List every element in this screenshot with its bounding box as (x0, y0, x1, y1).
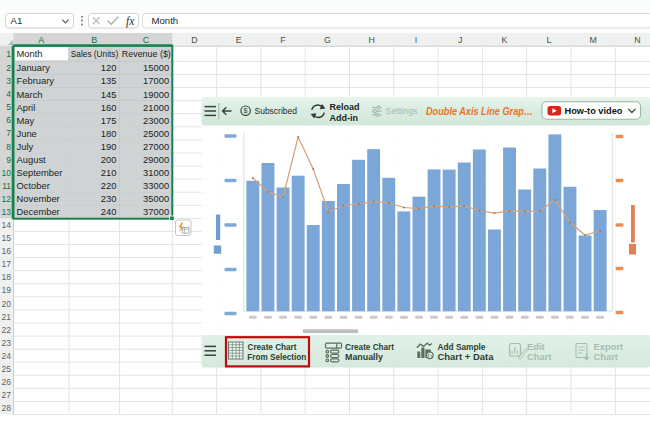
svg-text:19000: 19000 (143, 89, 169, 100)
svg-text:120: 120 (101, 62, 117, 73)
svg-text:23000: 23000 (143, 115, 169, 126)
svg-text:33000: 33000 (143, 180, 169, 191)
svg-text:M: M (589, 35, 596, 45)
svg-text:220: 220 (101, 180, 117, 191)
svg-text:September: September (17, 167, 63, 178)
svg-text:19: 19 (2, 285, 12, 295)
svg-text:Chart: Chart (527, 351, 551, 362)
svg-text:C: C (143, 35, 150, 45)
svg-text:fx: fx (126, 15, 135, 28)
svg-text:Settings: Settings (386, 105, 418, 116)
svg-text:135: 135 (101, 75, 117, 86)
svg-text:9: 9 (6, 155, 11, 165)
svg-text:26: 26 (2, 377, 12, 387)
svg-text:12: 12 (2, 194, 12, 204)
svg-text:A1: A1 (11, 15, 23, 26)
svg-text:190: 190 (101, 141, 117, 152)
svg-text:February: February (17, 75, 55, 86)
svg-text:10: 10 (2, 168, 12, 178)
svg-text:17: 17 (2, 259, 12, 269)
svg-text:March: March (17, 89, 43, 100)
svg-text:15000: 15000 (143, 62, 169, 73)
svg-text:20: 20 (2, 299, 12, 309)
svg-text:Month: Month (17, 48, 43, 59)
svg-text:17000: 17000 (143, 75, 169, 86)
svg-text:16: 16 (2, 246, 12, 256)
svg-text:27000: 27000 (143, 141, 169, 152)
svg-text:15: 15 (2, 233, 12, 243)
svg-text:160: 160 (101, 102, 117, 113)
svg-text:F: F (280, 35, 286, 45)
svg-text:5: 5 (6, 102, 11, 112)
svg-text:1: 1 (6, 49, 11, 59)
svg-text:From Selection: From Selection (247, 351, 306, 362)
svg-text:24: 24 (2, 351, 12, 361)
svg-text:I: I (415, 35, 417, 45)
svg-text:H: H (368, 35, 374, 45)
svg-text:25000: 25000 (143, 128, 169, 139)
svg-text:23: 23 (2, 338, 12, 348)
svg-text:L: L (546, 35, 551, 45)
svg-text:May: May (17, 115, 35, 126)
svg-text:Reload: Reload (330, 102, 360, 112)
svg-text:J: J (458, 35, 462, 45)
svg-text:31000: 31000 (143, 167, 169, 178)
svg-text:35000: 35000 (143, 193, 169, 204)
svg-text:D: D (191, 35, 197, 45)
svg-text:180: 180 (101, 128, 117, 139)
svg-text:Add Sample: Add Sample (438, 341, 486, 352)
svg-text:K: K (502, 35, 508, 45)
svg-text:Double Axis Line Grap…: Double Axis Line Grap… (426, 106, 533, 117)
svg-text:Add-in: Add-in (330, 113, 359, 123)
svg-text:$: $ (244, 106, 248, 115)
svg-text:B: B (91, 35, 97, 45)
svg-text:7: 7 (6, 128, 11, 138)
svg-text:Sales (Units): Sales (Units) (71, 48, 119, 59)
svg-text:2: 2 (6, 63, 11, 73)
svg-text:Chart + Data: Chart + Data (438, 351, 495, 362)
svg-text:6: 6 (6, 115, 11, 125)
svg-text:Revenue ($): Revenue ($) (122, 48, 171, 59)
svg-text:28: 28 (2, 403, 12, 413)
svg-text:Export: Export (594, 341, 624, 352)
svg-text:G: G (324, 35, 331, 45)
svg-text:3: 3 (6, 76, 11, 86)
svg-text:Chart: Chart (594, 351, 618, 362)
svg-text:How-to video: How-to video (565, 105, 623, 116)
svg-text:25: 25 (2, 364, 12, 374)
svg-text:200: 200 (101, 154, 117, 165)
svg-text:July: July (17, 141, 34, 152)
svg-text:18: 18 (2, 272, 12, 282)
svg-text:Month: Month (152, 15, 179, 26)
svg-text:October: October (17, 180, 50, 191)
svg-text:11: 11 (2, 181, 11, 191)
svg-text:27: 27 (2, 390, 12, 400)
svg-text:210: 210 (101, 167, 117, 178)
svg-text:175: 175 (101, 115, 117, 126)
svg-text:Manually: Manually (345, 351, 384, 362)
svg-text:230: 230 (101, 193, 117, 204)
svg-text:4: 4 (6, 89, 11, 99)
svg-text:January: January (17, 62, 51, 73)
svg-text:Create Chart: Create Chart (248, 341, 297, 352)
svg-text:8: 8 (6, 142, 11, 152)
svg-text:Edit: Edit (527, 341, 545, 352)
svg-text:Subscribed: Subscribed (255, 105, 298, 116)
svg-text:E: E (236, 35, 242, 45)
svg-text:December: December (17, 206, 60, 217)
svg-text:A: A (38, 35, 44, 45)
svg-text:November: November (17, 193, 60, 204)
svg-text:14: 14 (2, 220, 12, 230)
svg-text:April: April (17, 102, 36, 113)
svg-text:21000: 21000 (143, 102, 169, 113)
svg-text:22: 22 (2, 325, 12, 335)
svg-text:29000: 29000 (143, 154, 169, 165)
svg-text:21: 21 (2, 312, 12, 322)
svg-text:June: June (17, 128, 37, 139)
svg-text:240: 240 (101, 206, 117, 217)
svg-text:N: N (634, 35, 640, 45)
svg-text:August: August (17, 154, 47, 165)
svg-text:37000: 37000 (143, 206, 169, 217)
svg-text:145: 145 (101, 89, 117, 100)
svg-text:Create Chart: Create Chart (345, 341, 394, 352)
